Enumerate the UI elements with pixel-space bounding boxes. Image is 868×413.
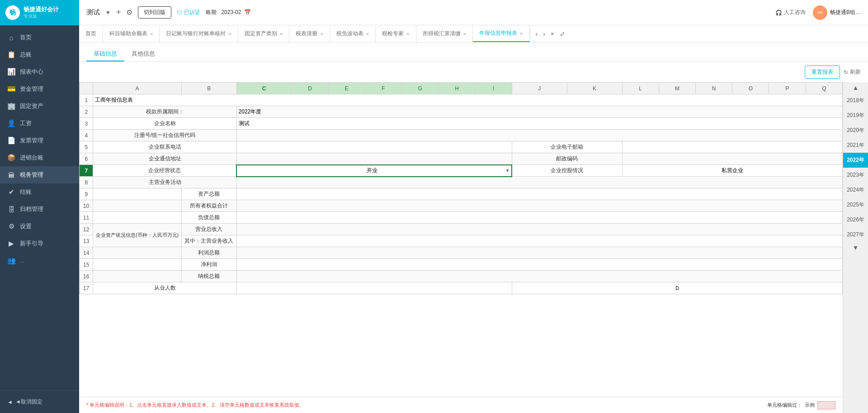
cell-17-A[interactable]: 从业人数 bbox=[93, 282, 236, 294]
sub-tab-other[interactable]: 其他信息 bbox=[124, 47, 162, 61]
year-item-2019[interactable]: 2019年 bbox=[843, 108, 868, 123]
col-header-N[interactable]: N bbox=[696, 83, 732, 94]
cell-11-C[interactable] bbox=[236, 212, 842, 224]
tab-close-all-button[interactable]: × bbox=[549, 29, 556, 38]
cell-6-C[interactable] bbox=[236, 153, 512, 165]
sidebar-item-archive[interactable]: 🗄 归档管理 bbox=[0, 201, 79, 218]
cell-17-C[interactable] bbox=[236, 282, 512, 294]
sidebar-item-inventory[interactable]: 📦 进销台账 bbox=[0, 149, 79, 166]
cell-7-A[interactable]: 企业经营状态 bbox=[93, 165, 236, 177]
sidebar-item-assets[interactable]: 🏢 固定资产 bbox=[0, 98, 79, 115]
cell-8-A[interactable]: 主营业务活动 bbox=[93, 177, 236, 188]
cell-17-J[interactable]: 0 bbox=[512, 282, 842, 294]
cell-9-A[interactable] bbox=[93, 188, 181, 200]
year-item-2018[interactable]: 2018年 bbox=[843, 93, 868, 108]
col-header-P[interactable]: P bbox=[769, 83, 806, 94]
col-header-J[interactable]: J bbox=[512, 83, 567, 94]
cell-12-B[interactable]: 营业总收入 bbox=[181, 224, 236, 235]
sidebar-item-invoice[interactable]: 📄 发票管理 bbox=[0, 132, 79, 149]
cell-9-B[interactable]: 资产总额 bbox=[181, 188, 236, 200]
tab-aux-balance[interactable]: 科目辅助余额表 × bbox=[103, 25, 160, 42]
cell-15-C[interactable] bbox=[236, 259, 842, 271]
tab-expand-button[interactable]: ⤢ bbox=[558, 29, 567, 38]
cell-5-K[interactable] bbox=[622, 141, 842, 153]
cell-14-C[interactable] bbox=[236, 247, 842, 259]
tab-tax-expert[interactable]: 税检专家 × bbox=[376, 25, 416, 42]
tab-annual-report[interactable]: 年报信息申报表 × bbox=[473, 25, 529, 42]
cell-10-A[interactable] bbox=[93, 200, 181, 212]
tab-close-tax-fluctuation[interactable]: × bbox=[366, 31, 369, 37]
reset-report-button[interactable]: 重置报表 bbox=[805, 66, 840, 79]
year-item-2024[interactable]: 2024年 bbox=[843, 183, 868, 197]
cell-6-J[interactable]: 邮政编码 bbox=[512, 153, 622, 165]
sub-tab-basic[interactable]: 基础信息 bbox=[86, 47, 124, 61]
sidebar-item-guide[interactable]: ▶ 新手引导 bbox=[0, 235, 79, 252]
cell-6-A[interactable]: 企业通信地址 bbox=[93, 153, 236, 165]
cell-9-C[interactable] bbox=[236, 188, 842, 200]
topbar-settings-icon[interactable]: ⚙ bbox=[126, 8, 132, 17]
cell-10-B[interactable]: 所有者权益合计 bbox=[181, 200, 236, 212]
sidebar-item-closing[interactable]: ✔ 结账 bbox=[0, 183, 79, 201]
cell-3-C[interactable]: 测试 bbox=[236, 118, 842, 130]
col-header-O[interactable]: O bbox=[732, 83, 769, 94]
cell-12-A[interactable]: 企业资产状况信息(币种：人民币万元) bbox=[93, 224, 181, 247]
tab-tax-list[interactable]: 税表清册 × bbox=[289, 25, 330, 42]
col-header-E[interactable]: E bbox=[328, 83, 365, 94]
cell-11-B[interactable]: 负债总额 bbox=[181, 212, 236, 224]
tab-close-annual-report[interactable]: × bbox=[520, 31, 523, 36]
sidebar-item-settings[interactable]: ⚙ 设置 bbox=[0, 218, 79, 235]
cell-13-B[interactable]: 其中：主营业务收入 bbox=[181, 235, 236, 247]
sheet-scroll-area[interactable]: A B C D E F G H I J bbox=[79, 82, 843, 397]
col-header-M[interactable]: M bbox=[659, 83, 695, 94]
cell-15-B[interactable]: 净利润 bbox=[181, 259, 236, 271]
table-title-cell[interactable]: 工商年报信息表 bbox=[93, 94, 843, 106]
customer-service-button[interactable]: 🎧 人工咨询 bbox=[775, 9, 806, 16]
cell-2-A[interactable]: 税款所属期间： bbox=[93, 106, 236, 118]
sidebar-item-payroll[interactable]: 👤 工资 bbox=[0, 115, 79, 132]
tab-fixed-assets[interactable]: 固定资产类别 × bbox=[238, 25, 289, 42]
cell-2-C[interactable]: 2022年度 bbox=[236, 106, 842, 118]
year-panel-down-button[interactable]: ▼ bbox=[843, 242, 868, 253]
tab-close-aux-balance[interactable]: × bbox=[150, 31, 153, 37]
tab-tax-settlement[interactable]: 所得税汇算清缴 × bbox=[416, 25, 473, 42]
sidebar-item-home[interactable]: ⌂ 首页 bbox=[0, 29, 79, 46]
col-header-L[interactable]: L bbox=[622, 83, 659, 94]
topbar-dropdown-arrow[interactable]: ▼ bbox=[105, 9, 111, 16]
cell-15-A[interactable] bbox=[93, 259, 181, 271]
col-header-I[interactable]: I bbox=[475, 83, 512, 94]
year-item-2021[interactable]: 2021年 bbox=[843, 138, 868, 153]
tab-close-journal-bank[interactable]: × bbox=[228, 31, 231, 37]
sidebar-item-funds[interactable]: 💳 资金管理 bbox=[0, 80, 79, 98]
cell-3-A[interactable]: 企业名称 bbox=[93, 118, 236, 130]
cell-10-C[interactable] bbox=[236, 200, 842, 212]
cancel-fixed-button[interactable]: ◄ ◄取消固定 bbox=[0, 394, 79, 409]
year-item-2020[interactable]: 2020年 bbox=[843, 123, 868, 138]
cell-16-A[interactable] bbox=[93, 271, 181, 282]
col-header-G[interactable]: G bbox=[402, 83, 439, 94]
cell-7-J[interactable]: 企业控股情况 bbox=[512, 165, 622, 177]
sidebar-item-tax[interactable]: 🏛 税务管理 bbox=[0, 166, 79, 183]
tab-prev-button[interactable]: ‹ bbox=[534, 29, 540, 38]
tab-close-tax-expert[interactable]: × bbox=[406, 31, 409, 37]
cell-12-C[interactable] bbox=[236, 224, 842, 235]
cell-16-B[interactable]: 纳税总额 bbox=[181, 271, 236, 282]
tab-journal-bank[interactable]: 日记账与银行对账单核对 × bbox=[160, 25, 238, 42]
col-header-K[interactable]: K bbox=[567, 83, 622, 94]
cell-4-C[interactable] bbox=[236, 130, 842, 141]
cell-5-C[interactable] bbox=[236, 141, 512, 153]
switch-old-version-button[interactable]: 切到旧版 bbox=[138, 6, 171, 19]
year-item-2027[interactable]: 2027年 bbox=[843, 227, 868, 242]
col-header-B[interactable]: B bbox=[181, 83, 236, 94]
tab-close-tax-settlement[interactable]: × bbox=[463, 31, 466, 37]
col-header-Q[interactable]: Q bbox=[806, 83, 842, 94]
cell-8-C[interactable] bbox=[236, 177, 842, 188]
refresh-button[interactable]: ↻ 刷新 bbox=[844, 68, 861, 76]
cell-5-A[interactable]: 企业联系电话 bbox=[93, 141, 236, 153]
cell-5-J[interactable]: 企业电子邮箱 bbox=[512, 141, 622, 153]
cell-7-C[interactable]: 开业 ▼ bbox=[236, 165, 512, 177]
col-header-D[interactable]: D bbox=[292, 83, 328, 94]
user-menu-button[interactable]: Rit 畅捷通B组… bbox=[813, 5, 861, 20]
cell-14-A[interactable] bbox=[93, 247, 181, 259]
col-header-C[interactable]: C bbox=[236, 83, 292, 94]
year-item-2026[interactable]: 2026年 bbox=[843, 212, 868, 227]
